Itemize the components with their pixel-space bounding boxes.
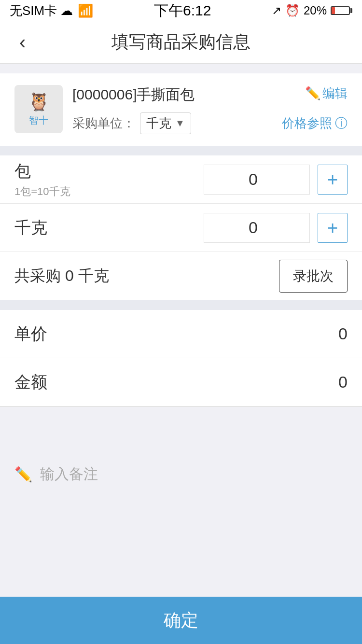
total-value: 0	[65, 267, 74, 284]
total-unit: 千克	[78, 267, 109, 284]
bag-quantity-input[interactable]	[204, 165, 310, 195]
pencil-icon: ✏️	[14, 466, 32, 483]
record-batch-button[interactable]: 录批次	[279, 260, 348, 293]
unit-price-label: 单价	[14, 323, 47, 345]
bag-input-control: +	[111, 165, 348, 195]
unit-price-value: 0	[338, 324, 348, 343]
amount-row: 金额 0	[0, 358, 362, 406]
battery-icon	[331, 6, 352, 15]
bag-plus-button[interactable]: +	[318, 165, 348, 195]
bag-label-main: 包	[14, 160, 111, 182]
edit-button[interactable]: ✏️ 编辑	[305, 85, 348, 102]
help-icon: ⓘ	[335, 115, 348, 132]
bag-input-row: 包 1包=10千克 +	[0, 155, 362, 204]
section-divider-1	[0, 146, 362, 155]
product-unit-row: 采购单位： 千克 ▼ 价格参照 ⓘ	[72, 112, 348, 134]
amount-label: 金额	[14, 371, 47, 393]
total-label: 共采购	[14, 267, 61, 284]
back-button[interactable]: ‹	[14, 27, 30, 58]
price-section: 单价 0 金额 0	[0, 310, 362, 406]
remark-placeholder: 输入备注	[40, 464, 98, 484]
amount-value: 0	[338, 373, 348, 392]
location-icon: ↗	[272, 4, 281, 17]
bag-label-sub: 1包=10千克	[14, 184, 111, 199]
status-time: 下午6:12	[154, 1, 211, 21]
price-ref-button[interactable]: 价格参照 ⓘ	[282, 115, 348, 132]
unit-price-row: 单价 0	[0, 310, 362, 358]
page-title: 填写商品采购信息	[111, 30, 251, 54]
section-divider-2	[0, 300, 362, 310]
no-sim-text: 无SIM卡 ☁	[10, 2, 73, 19]
unit-label: 采购单位：	[72, 115, 135, 132]
confirm-button[interactable]: 确定	[0, 597, 362, 644]
product-logo-icon: 🦉	[28, 92, 50, 112]
bag-label: 包 1包=10千克	[14, 160, 111, 199]
status-right: ↗ ⏰ 20%	[272, 4, 352, 17]
kg-quantity-input[interactable]	[204, 213, 310, 243]
kg-label-main: 千克	[14, 217, 111, 239]
unit-value: 千克	[146, 115, 171, 132]
remark-section[interactable]: ✏️ 输入备注	[0, 406, 362, 542]
status-bar: 无SIM卡 ☁ 📶 下午6:12 ↗ ⏰ 20%	[0, 0, 362, 21]
product-name: [0000006]手撕面包	[72, 85, 195, 105]
product-header: [0000006]手撕面包 ✏️ 编辑	[72, 85, 348, 105]
nav-bar: ‹ 填写商品采购信息	[0, 21, 362, 64]
kg-input-control: +	[111, 213, 348, 243]
product-card: 🦉 智十 [0000006]手撕面包 ✏️ 编辑 采购单位： 千克 ▼ 价格参照…	[0, 73, 362, 146]
edit-label: 编辑	[322, 85, 348, 102]
unit-select[interactable]: 千克 ▼	[140, 112, 191, 134]
status-left: 无SIM卡 ☁ 📶	[10, 2, 93, 19]
product-image: 🦉 智十	[14, 85, 63, 133]
wifi-icon: 📶	[78, 3, 93, 18]
dropdown-arrow-icon: ▼	[175, 118, 185, 129]
price-ref-label: 价格参照	[282, 115, 332, 132]
kg-label: 千克	[14, 217, 111, 239]
battery-percent: 20%	[304, 4, 327, 17]
quantity-section: 包 1包=10千克 + 千克 + 共采购 0 千克 录批次	[0, 155, 362, 300]
alarm-icon: ⏰	[285, 4, 300, 17]
total-text: 共采购 0 千克	[14, 266, 109, 287]
kg-input-row: 千克 +	[0, 204, 362, 252]
product-info: [0000006]手撕面包 ✏️ 编辑 采购单位： 千克 ▼ 价格参照 ⓘ	[72, 85, 348, 134]
product-logo-text: 智十	[29, 114, 48, 127]
edit-icon: ✏️	[305, 86, 320, 101]
total-row: 共采购 0 千克 录批次	[0, 252, 362, 300]
kg-plus-button[interactable]: +	[318, 213, 348, 243]
